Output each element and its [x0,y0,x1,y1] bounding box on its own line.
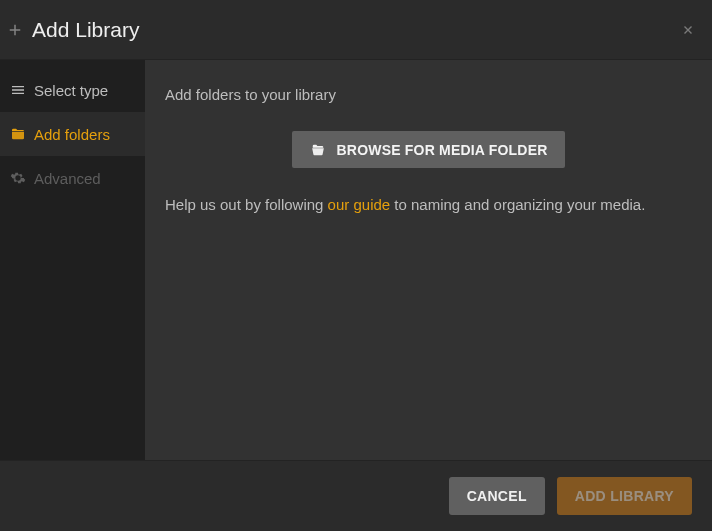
add-library-button[interactable]: ADD LIBRARY [557,477,692,515]
dialog-sidebar: Select type Add folders Advanced [0,60,145,460]
browse-for-media-folder-button[interactable]: BROWSE FOR MEDIA FOLDER [292,131,566,168]
add-library-dialog: Add Library Select type Add folders [0,0,712,531]
guide-link[interactable]: our guide [328,196,391,213]
sidebar-item-select-type[interactable]: Select type [0,68,145,112]
dialog-footer: CANCEL ADD LIBRARY [0,460,712,531]
dialog-body: Select type Add folders Advanced Add fol… [0,60,712,460]
plus-icon [6,21,24,39]
sidebar-item-label: Advanced [34,170,101,187]
list-icon [10,82,26,98]
cancel-button[interactable]: CANCEL [449,477,545,515]
sidebar-item-label: Select type [34,82,108,99]
sidebar-item-add-folders[interactable]: Add folders [0,112,145,156]
dialog-main: Add folders to your library BROWSE FOR M… [145,60,712,460]
help-text: Help us out by following our guide to na… [165,196,692,213]
close-icon [681,23,695,37]
close-button[interactable] [674,16,702,44]
help-prefix: Help us out by following [165,196,328,213]
dialog-header: Add Library [0,0,712,60]
folder-open-icon [310,143,326,157]
sidebar-item-label: Add folders [34,126,110,143]
gear-icon [10,170,26,186]
sidebar-item-advanced: Advanced [0,156,145,200]
help-suffix: to naming and organizing your media. [390,196,645,213]
browse-button-label: BROWSE FOR MEDIA FOLDER [337,142,548,158]
folder-icon [10,126,26,142]
browse-row: BROWSE FOR MEDIA FOLDER [165,131,692,168]
instruction-text: Add folders to your library [165,86,692,103]
dialog-title: Add Library [32,18,139,42]
